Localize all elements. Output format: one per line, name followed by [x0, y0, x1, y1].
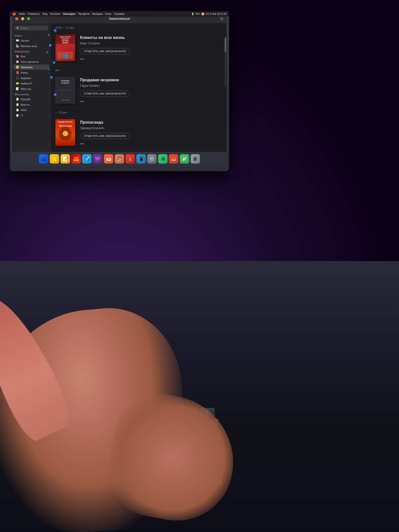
col2-icon: 📋 [16, 103, 19, 106]
mark-finished-btn-1[interactable]: ОТМЕТИТЬ КАК ЗАКОНЧЕННУЮ [80, 48, 130, 54]
dock-icon-books[interactable]: 📚 [115, 154, 124, 164]
key-n[interactable]: N [128, 460, 142, 472]
dock-icon-appstore[interactable]: 📱 [136, 154, 146, 164]
key-j[interactable]: J [114, 446, 128, 459]
key-command[interactable]: ⌘ command [111, 474, 150, 486]
menu-edit[interactable]: Изменить [28, 12, 40, 15]
key-i[interactable]: I [128, 432, 142, 445]
sidebar-item-notes[interactable]: 📝 Мои отр. [13, 86, 49, 91]
book-cover-3[interactable]: Эдвард Бернейс Пропаганда 🙂 [55, 119, 75, 146]
sidebar-item-audio[interactable]: 🎧 Аудиокн. [13, 75, 49, 81]
dock-icon-scissors[interactable]: ✂️ [126, 154, 135, 164]
key-arrow-up[interactable]: ▲ [201, 474, 211, 486]
key-f11[interactable]: 🔉F11 [183, 408, 198, 417]
key-0-main: 0 [153, 424, 154, 428]
sidebar-item-col1[interactable]: 📋 Прораб. [13, 97, 49, 102]
maximize-button[interactable] [27, 17, 30, 20]
window-close-icon[interactable]: ⊖ [220, 17, 224, 21]
key-minus-top: — [168, 422, 170, 424]
mark-finished-btn-2[interactable]: ОТМЕТИТЬ КАК ЗАКОНЧЕННУЮ [80, 90, 130, 97]
menu-tab[interactable]: Вкладка [92, 12, 102, 15]
dock-icon-monitor[interactable]: 🖥 [158, 154, 167, 164]
key-o[interactable]: O [144, 432, 158, 445]
dock-icon-notes[interactable]: 📝 [61, 154, 70, 164]
dock-icon-settings[interactable]: ⚙️ [147, 154, 157, 164]
key-f10[interactable]: 🔇F10 [167, 408, 182, 417]
key-option[interactable]: ⌥ option [152, 474, 184, 486]
dock-icon-tasks[interactable]: ✅ [180, 154, 189, 164]
key-9[interactable]: ( 9 [131, 419, 145, 431]
sidebar-audio-label: Аудиокн. [21, 77, 32, 80]
col4-icon: 📋 [16, 114, 19, 117]
key-p[interactable]: P [159, 432, 174, 445]
key-arrow-down[interactable]: ▼ [212, 474, 222, 486]
sidebar-item-col3[interactable]: 📋 ЖБК [13, 107, 49, 113]
key-minus[interactable]: — _ [162, 419, 176, 431]
book-cover-1[interactable]: Карл СьюаллКлиентыНА ВСЮЖИЗНЬ 👥 [55, 34, 75, 61]
menu-history[interactable]: История [50, 12, 61, 15]
sidebar-col3-label: ЖБК [21, 109, 27, 112]
menu-file[interactable]: Файл [19, 12, 25, 15]
dock-icon-2[interactable]: ⭐ [50, 154, 59, 164]
key-arrow-left[interactable]: ◀ [185, 474, 200, 486]
key-delete[interactable]: delete [194, 419, 218, 431]
blue-dot-6 [48, 34, 49, 36]
sidebar-item-read[interactable]: 📖 Читать [13, 38, 49, 43]
sidebar-item-col4[interactable]: 📋 П. [13, 113, 49, 118]
key-l[interactable]: L [145, 446, 159, 459]
key-lbracket[interactable]: { [ [175, 432, 189, 445]
menu-bookmarks[interactable]: Закладки [63, 12, 75, 15]
close-button[interactable] [15, 17, 18, 20]
menu-window[interactable]: Окно [105, 12, 112, 15]
menu-help[interactable]: Справка [114, 12, 124, 15]
key-rbracket[interactable]: } ] [191, 432, 205, 445]
sidebar-item-store[interactable]: 🏪 Магазин книг. [13, 43, 49, 49]
key-semicolon[interactable]: : ; [161, 446, 175, 459]
book-more-btn-3[interactable]: ••• [80, 142, 222, 146]
sidebar-item-finished[interactable]: ✅ Закончен. [13, 65, 49, 70]
sidebar-item-all[interactable]: 📚 Все [13, 54, 49, 59]
key-return[interactable]: return [192, 446, 219, 459]
minimize-button[interactable] [21, 17, 24, 20]
sidebar-item-books[interactable]: 📕 Книги [13, 70, 49, 75]
dock-icon-obsidian[interactable]: 💜 [93, 154, 102, 164]
key-comma[interactable]: < , [159, 460, 174, 472]
sidebar-all-label: Все [21, 55, 25, 58]
key-8[interactable]: * 8 [115, 419, 129, 431]
blue-dot-4 [50, 76, 52, 78]
dock-icon-browser1[interactable]: 🦊 [71, 154, 81, 164]
apple-menu[interactable]: 🍎 [12, 12, 16, 16]
key-period[interactable]: > . [175, 460, 189, 472]
dock-icon-telegram[interactable]: ✈️ [82, 154, 92, 164]
mark-finished-btn-3[interactable]: ОТМЕТИТЬ КАК ЗАКОНЧЕННУЮ [80, 133, 130, 139]
sidebar-item-col2[interactable]: 📋 Мои кн. [13, 102, 49, 107]
search-box[interactable]: 🔍 Поиск [14, 26, 48, 31]
key-slash[interactable]: ? / [191, 460, 205, 472]
key-plus[interactable]: + = [178, 419, 192, 431]
key-k[interactable]: K [129, 446, 144, 459]
key-f12[interactable]: 🔊F12 [200, 408, 215, 417]
key-m[interactable]: M [144, 460, 158, 472]
dock-icon-firefox[interactable]: 🦊 [169, 154, 178, 164]
key-f7[interactable]: ⏮F7 [118, 408, 133, 417]
key-quote[interactable]: " ' [177, 446, 191, 459]
key-0[interactable]: ) 0 [146, 419, 161, 431]
book-more-btn-2[interactable]: ••• [80, 99, 222, 104]
scrollbar-thumb[interactable] [225, 37, 226, 52]
key-u[interactable]: U [112, 432, 126, 445]
menu-profiles[interactable]: Профили [78, 12, 90, 15]
sidebar-item-want[interactable]: ⏰ Хочу прочесть [13, 59, 49, 64]
dock-icon-cal[interactable]: 📅 [104, 154, 113, 164]
sidebar-item-files[interactable]: 📁 Файлы P. [13, 81, 49, 86]
key-backslash[interactable]: | \ [207, 432, 221, 445]
book-more-btn-1[interactable]: ••• [80, 57, 222, 61]
menu-view[interactable]: Вид [43, 12, 48, 15]
clock: Сб, 8 янв 18:12:30 [206, 13, 227, 15]
key-f9[interactable]: ⏭F9 [151, 408, 166, 417]
key-f8[interactable]: ⏯F8 [135, 408, 150, 417]
dock-icon-1[interactable]: 🗂 [39, 154, 48, 164]
store-icon: 🏪 [16, 44, 19, 48]
book-cover-2[interactable]: Продаваянезримое Гарри Беквит [55, 77, 75, 103]
sidebar-want-label: Хочу прочесть [21, 60, 39, 63]
dock-icon-trash[interactable]: 🗑 [191, 154, 200, 164]
